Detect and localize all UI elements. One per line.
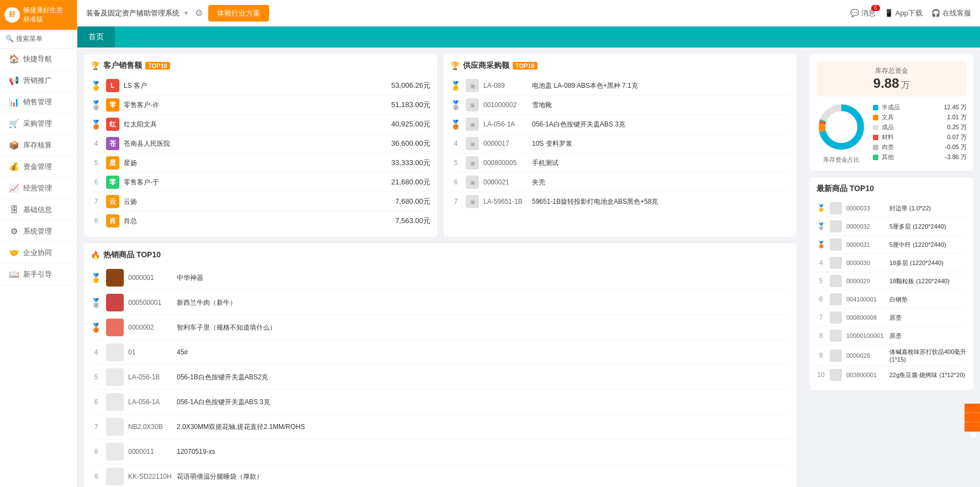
page-content: 🏆 客户销售额 TOP10 🥇 L LS 客户 53,006.26元 🥈 零 零… [77, 47, 980, 487]
inventory-value: 9.88 [873, 76, 899, 91]
legend-dot [873, 155, 878, 160]
vendor-top10-card: 🏆 供应商采购额 TOP10 🥇 ▣ LA-089 电池盖 LA-089 ABS… [444, 54, 797, 237]
sales-top10-item: 🥇 L LS 客户 53,006.26元 [91, 76, 430, 96]
rank-medal: 🥉 [91, 119, 102, 130]
messages-button[interactable]: 💬 消息 6 [850, 8, 876, 18]
online-service-button[interactable]: 🎧 在线客服 [931, 8, 971, 18]
sales-top10-item: 🥈 零 零售客户-许 51,183.00元 [91, 96, 430, 115]
inventory-label: 库存总资金 [875, 67, 908, 75]
legend-item: 材料 0.07 万 [873, 133, 967, 141]
nav-icon: 🗄 [9, 205, 19, 215]
sales-top10-list: 🥇 L LS 客户 53,006.26元 🥈 零 零售客户-许 51,183.0… [91, 76, 430, 230]
sidebar-item-采购管理[interactable]: 🛒采购管理 [0, 113, 77, 135]
legend-name: 文具 [882, 113, 944, 121]
legend-item: 其他 -3.86 万 [873, 153, 967, 161]
customer-avatar: 零 [106, 176, 119, 189]
trial-button[interactable]: 体验行业方案 [208, 5, 269, 22]
sidebar-item-资金管理[interactable]: 💰资金管理 [0, 156, 77, 178]
service-community-button[interactable]: 服务社区 [965, 413, 980, 422]
new-product-item: 10 003800001 22g鱼豆腐·烧烤味 (1*12*20) [816, 366, 967, 384]
product-name: 夹壳 [532, 178, 790, 187]
legend-value: 0.07 万 [947, 133, 967, 141]
new-product-code: 000800008 [846, 314, 885, 321]
customer-name: 红太阳文具 [124, 120, 387, 129]
rank-number: 8 [816, 332, 825, 340]
rank-number: 4 [816, 259, 825, 267]
system-name: 装备及固定资产辅助管理系统 ▼ [86, 8, 189, 18]
rank-number: 8 [91, 448, 102, 456]
vendor-top10-item: 6 ▣ 0000021 夹壳 [450, 173, 790, 192]
top-header: 装备及固定资产辅助管理系统 ▼ ⚙ 体验行业方案 💬 消息 6 📱 App下载 … [77, 0, 980, 27]
sales-top10-item: 6 零 零售客户-于 21,680.00元 [91, 173, 430, 192]
nav-label: 资金管理 [23, 162, 52, 172]
chart-label: 库存资金占比 [816, 156, 866, 164]
new-product-name: 5厘中纤 (1220*2440) [889, 241, 967, 249]
customer-name: 肖总 [124, 216, 391, 226]
rank-medal: 🥇 [91, 81, 102, 91]
hot-product-item: 🥈 000500001 新西兰牛肉（新牛） [91, 290, 790, 315]
fire-icon: 🔥 [91, 251, 100, 260]
rank-medal: 🥈 [816, 223, 825, 230]
rank-medal: 🥈 [91, 100, 102, 110]
nav-icon: ⚙ [9, 226, 19, 236]
nav-label: 系统管理 [23, 226, 52, 236]
sidebar-item-经营管理[interactable]: 📈经营管理 [0, 178, 77, 199]
sidebar-item-新手引导[interactable]: 📖新手引导 [0, 264, 77, 285]
sidebar-item-基础信息[interactable]: 🗄基础信息 [0, 199, 77, 221]
product-name: 056-1A白色按键开关盖ABS 3克 [532, 120, 790, 129]
sidebar: 好 畅捷通好生意 标准版 🔍 搜索菜单 🏠快捷导航📢营销推广📊销售管理🛒采购管理… [0, 0, 77, 487]
app-download-button[interactable]: 📱 App下载 [884, 8, 923, 18]
new-product-code: 003800001 [846, 372, 885, 378]
hot-product-item: 9 KK-SD22110H 花语萌偎温分腿睡袋（厚款） [91, 464, 790, 487]
dropdown-icon[interactable]: ▼ [183, 9, 189, 17]
tab-home[interactable]: 首页 [77, 27, 115, 47]
sidebar-item-库存核算[interactable]: 📦库存核算 [0, 135, 77, 156]
customer-avatar: 肖 [106, 214, 119, 227]
sidebar-item-快捷导航[interactable]: 🏠快捷导航 [0, 49, 77, 70]
messages-badge: 6 [871, 5, 880, 11]
rank-number: 6 [450, 178, 461, 186]
sidebar-item-营销推广[interactable]: 📢营销推广 [0, 70, 77, 92]
rank-number: 9 [91, 473, 102, 480]
product-name: 中华神器 [177, 273, 790, 283]
sidebar-item-销售管理[interactable]: 📊销售管理 [0, 92, 77, 113]
service-live-button[interactable]: 直播 [965, 422, 980, 432]
product-code: LA-59651-1B [483, 198, 528, 205]
nav-label: 经营管理 [23, 183, 52, 193]
nav-label: 销售管理 [23, 97, 52, 107]
app-version: 标准版 [23, 15, 63, 24]
product-name: 10S 变料罗浆 [532, 139, 790, 149]
new-product-code: 0000033 [846, 205, 885, 211]
customer-avatar: 星 [106, 156, 119, 170]
hot-product-item: 8 0000011 12070519-xs [91, 440, 790, 464]
sidebar-search-area[interactable]: 🔍 搜索菜单 [0, 30, 77, 49]
app-name: 畅捷通好生意 [23, 6, 63, 15]
settings-icon[interactable]: ⚙ [195, 8, 203, 18]
new-product-item: 7 000800008 原垄 [816, 309, 967, 327]
new-product-item: 6 004100001 白钢垫 [816, 290, 967, 309]
product-name: 2.0X30MM双搓花轴,搓花直径2.1MM/ROHS [177, 422, 790, 432]
legend-value: -0.05 万 [945, 143, 967, 151]
new-product-item: 9 0000028 体碱嘉枚味苏打饮品400毫升 (1*15) [816, 345, 967, 366]
new-product-item: 🥇 0000033 封边带 (1.0*22) [816, 199, 967, 218]
search-menu-label: 搜索菜单 [16, 34, 43, 44]
service-hotline-button[interactable]: 客服热线 [965, 404, 980, 413]
product-icon-placeholder: ▣ [466, 118, 479, 131]
search-menu-button[interactable]: 🔍 搜索菜单 [6, 34, 43, 44]
rank-medal: 🥈 [91, 298, 102, 308]
sidebar-nav: 🏠快捷导航📢营销推广📊销售管理🛒采购管理📦库存核算💰资金管理📈经营管理🗄基础信息… [0, 49, 77, 285]
sidebar-item-系统管理[interactable]: ⚙系统管理 [0, 221, 77, 242]
inventory-chart-section: 库存资金占比 半成品 12.45 万 文具 1.01 万 成品 0.25 万 材… [816, 102, 967, 164]
new-product-code: 0000030 [846, 260, 885, 266]
vendor-top10-item: 🥉 ▣ LA-056-1A 056-1A白色按键开关盖ABS 3克 [450, 115, 790, 134]
tab-bar: 首页 [77, 27, 980, 47]
nav-label: 企业协同 [23, 248, 52, 258]
product-name: 手机测试 [532, 158, 790, 168]
product-icon-placeholder: ▣ [466, 79, 479, 92]
new-product-name: 体碱嘉枚味苏打饮品400毫升 (1*15) [889, 348, 967, 363]
system-name-text: 装备及固定资产辅助管理系统 [86, 8, 180, 18]
product-thumb [106, 269, 124, 287]
rank-number: 7 [91, 198, 102, 205]
sidebar-item-企业协同[interactable]: 🤝企业协同 [0, 242, 77, 264]
new-products-card: 最新商品 TOP10 🥇 0000033 封边带 (1.0*22) 🥈 0000… [810, 177, 973, 390]
